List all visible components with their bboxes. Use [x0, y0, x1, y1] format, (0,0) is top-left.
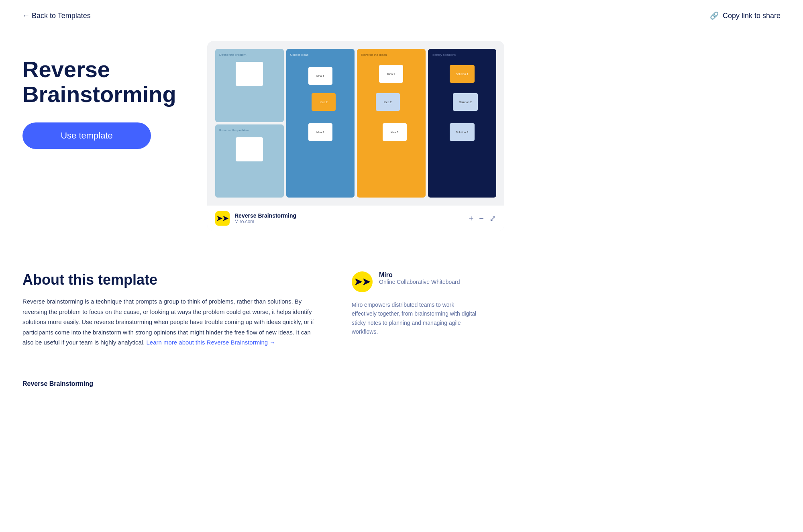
bottom-title: Reverse Brainstorming: [22, 380, 93, 387]
about-title: About this template: [22, 271, 320, 288]
learn-more-link[interactable]: Learn more about this Reverse Brainstorm…: [147, 339, 276, 346]
hero-left: Reverse Brainstorming Use template: [22, 41, 175, 149]
idea-sticky-1: Idea 1: [308, 67, 332, 85]
bottom-bar: Reverse Brainstorming: [0, 372, 803, 395]
back-to-templates-link[interactable]: ← Back to Templates: [22, 12, 91, 20]
col-identify: Identify solutions Solution 1 Solution 2…: [428, 49, 497, 198]
preview-brand-name: Reverse Brainstorming: [234, 212, 296, 219]
col-reverse-problem-label: Reverse the problem: [219, 128, 280, 132]
author-name: Miro: [379, 271, 460, 279]
define-sticky-1: [236, 62, 263, 86]
author-description: Online Collaborative Whiteboard: [379, 279, 460, 285]
template-preview-card: Define the problem Reverse the problem C…: [207, 41, 504, 231]
preview-brand: ➤➤ Reverse Brainstorming Miro.com: [215, 211, 296, 226]
author-body-text: Miro empowers distributed teams to work …: [352, 300, 480, 336]
solution-sticky-2: Solution 2: [453, 93, 478, 111]
author-info: Miro Online Collaborative Whiteboard: [379, 271, 460, 285]
page-header: ← Back to Templates 🔗 Copy link to share: [0, 0, 803, 31]
author-miro-mark: ➤➤: [354, 276, 370, 287]
solution-sticky-1: Solution 1: [450, 65, 475, 83]
col-reverse-ideas-label: Reverse the ideas: [361, 53, 422, 57]
preview-footer: ➤➤ Reverse Brainstorming Miro.com + − ⤢: [207, 206, 504, 231]
reverse-idea-sticky-2: Idea 2: [376, 93, 400, 111]
link-icon: 🔗: [710, 11, 719, 20]
hero-section: Reverse Brainstorming Use template Defin…: [0, 31, 803, 255]
author-card: ➤➤ Miro Online Collaborative Whiteboard: [352, 271, 480, 292]
reverse-problem-sticky: [236, 137, 263, 161]
col-identify-label: Identify solutions: [432, 53, 493, 57]
about-section: About this template Reverse brainstormin…: [0, 255, 803, 372]
define-top-card: Define the problem: [215, 49, 284, 122]
back-label: ← Back to Templates: [22, 12, 91, 20]
preview-controls: + − ⤢: [469, 214, 496, 223]
define-bottom-card: Reverse the problem: [215, 124, 284, 198]
idea-sticky-3: Idea 3: [308, 123, 332, 141]
use-template-button[interactable]: Use template: [22, 122, 151, 149]
miro-logo-small: ➤➤: [215, 211, 230, 226]
zoom-out-button[interactable]: −: [479, 214, 484, 223]
reverse-idea-sticky-3: Idea 3: [383, 123, 407, 141]
reverse-idea-sticky-1: Idea 1: [379, 65, 403, 83]
col-reverse-ideas: Reverse the ideas Idea 1 Idea 2 Idea 3: [357, 49, 426, 198]
preview-brand-url: Miro.com: [234, 219, 296, 224]
about-left: About this template Reverse brainstormin…: [22, 271, 320, 348]
about-text: Reverse brainstorming is a technique tha…: [22, 296, 320, 348]
zoom-in-button[interactable]: +: [469, 214, 474, 223]
author-logo: ➤➤: [352, 271, 373, 292]
about-right: ➤➤ Miro Online Collaborative Whiteboard …: [352, 271, 480, 348]
expand-button[interactable]: ⤢: [489, 214, 496, 223]
board-grid: Define the problem Reverse the problem C…: [215, 49, 496, 198]
copy-link-label: Copy link to share: [723, 12, 781, 20]
preview-brand-text: Reverse Brainstorming Miro.com: [234, 212, 296, 224]
solution-sticky-3: Solution 3: [450, 123, 475, 141]
preview-canvas: Define the problem Reverse the problem C…: [207, 41, 504, 206]
miro-mark-small: ➤➤: [216, 214, 228, 223]
idea-sticky-2: Idea 2: [312, 93, 336, 111]
col-define: Define the problem Reverse the problem: [215, 49, 284, 198]
col-define-label: Define the problem: [219, 53, 280, 57]
page-title: Reverse Brainstorming: [22, 57, 175, 106]
col-collect: Collect ideas Idea 1 Idea 2 Idea 3: [286, 49, 355, 198]
col-collect-label: Collect ideas: [290, 53, 351, 57]
copy-link-button[interactable]: 🔗 Copy link to share: [710, 11, 781, 20]
